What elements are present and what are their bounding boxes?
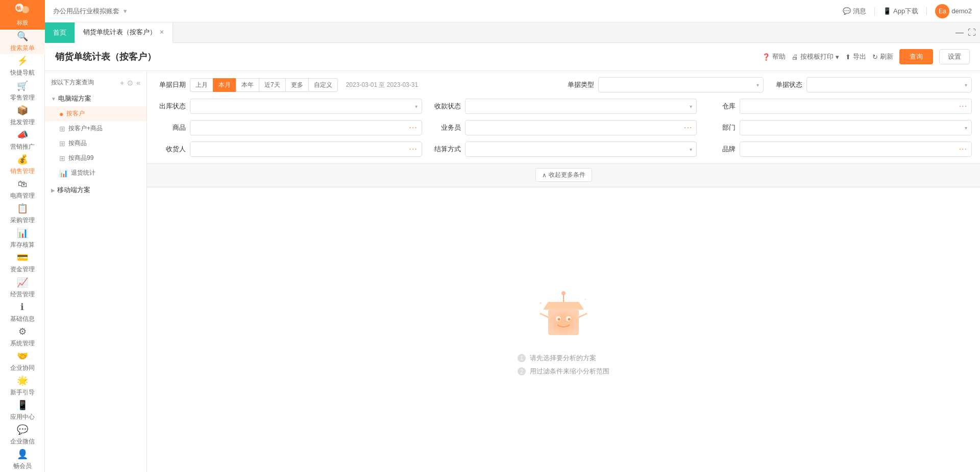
sidebar-item-ecommerce[interactable]: 🛍 电商管理 bbox=[0, 177, 45, 202]
sidebar-item-basic[interactable]: ℹ 基础信息 bbox=[0, 300, 45, 324]
ship-status-select[interactable]: ▾ bbox=[190, 99, 422, 114]
payment-status-arrow: ▾ bbox=[690, 104, 692, 109]
svg-point-8 bbox=[568, 318, 571, 321]
message-btn[interactable]: 💬 消息 bbox=[843, 7, 866, 16]
scheme-item-product99-label: 按商品99 bbox=[68, 154, 93, 162]
scheme-group-arrow-mobile: ▶ bbox=[51, 187, 55, 193]
sidebar-item-business-label: 经营管理 bbox=[10, 290, 35, 299]
app-download-btn[interactable]: 📱 App下载 bbox=[883, 7, 918, 16]
collapse-btn[interactable]: ∧ 收起更多条件 bbox=[535, 168, 592, 182]
sidebar: 畅 标股 🔍 搜索菜单 ⚡ 快捷导航 🛒 零售管理 📦 批发管理 📣 营销推广 … bbox=[0, 0, 45, 472]
scheme-group-mobile-header[interactable]: ▶ 移动端方案 bbox=[45, 182, 146, 198]
filter-col-product: 商品 ··· bbox=[155, 120, 422, 135]
refresh-label: 刷新 bbox=[880, 52, 893, 61]
payment-status-select[interactable]: ▾ bbox=[465, 99, 697, 114]
sidebar-item-marketing[interactable]: 📣 营销推广 bbox=[0, 128, 45, 152]
sidebar-item-search-label: 搜索菜单 bbox=[10, 44, 35, 53]
salesperson-label: 业务员 bbox=[430, 123, 461, 132]
retail-icon: 🛒 bbox=[17, 80, 28, 91]
sidebar-item-finance[interactable]: 💳 资金管理 bbox=[0, 251, 45, 275]
export-btn[interactable]: ⬆ 导出 bbox=[845, 52, 866, 61]
department-arrow: ▾ bbox=[965, 125, 967, 131]
user-info-btn[interactable]: Ea demo2 bbox=[935, 4, 972, 18]
scheme-add-icon[interactable]: + bbox=[120, 79, 124, 87]
scheme-item-return-stats[interactable]: 📊 退货统计 bbox=[45, 166, 146, 180]
svg-text:✦: ✦ bbox=[584, 298, 586, 301]
scheme-settings-icon[interactable]: ⊙ bbox=[127, 79, 133, 87]
sidebar-item-member-label: 畅会员 bbox=[13, 462, 32, 470]
recipient-select[interactable]: ··· bbox=[190, 141, 422, 157]
setting-button[interactable]: 设置 bbox=[939, 49, 970, 64]
finance-icon: 💳 bbox=[17, 252, 28, 263]
main-area: 办公用品行业模拟账套 ▾ 💬 消息 📱 App下载 Ea demo2 bbox=[45, 0, 980, 472]
date-btn-last-month[interactable]: 上月 bbox=[190, 78, 213, 92]
scheme-item-by-customer[interactable]: ● 按客户 bbox=[45, 106, 146, 121]
settlement-arrow: ▾ bbox=[690, 147, 692, 152]
help-btn[interactable]: ❓ 帮助 bbox=[762, 52, 786, 61]
doc-status-select[interactable]: ▾ bbox=[806, 77, 972, 92]
doc-type-select[interactable]: ▾ bbox=[598, 77, 764, 92]
sidebar-item-purchase[interactable]: 📋 采购管理 bbox=[0, 202, 45, 226]
sidebar-item-quick-nav[interactable]: ⚡ 快捷导航 bbox=[0, 54, 45, 79]
help-icon: ❓ bbox=[762, 53, 770, 61]
sidebar-item-member[interactable]: 👤 畅会员 bbox=[0, 447, 45, 472]
empty-illustration: ✦ ✦ bbox=[533, 284, 594, 345]
warehouse-select[interactable]: ··· bbox=[740, 99, 972, 114]
marketing-icon: 📣 bbox=[17, 129, 28, 140]
sidebar-item-app-center[interactable]: 📱 应用中心 bbox=[0, 398, 45, 423]
sidebar-item-wechat[interactable]: 💬 企业微信 bbox=[0, 423, 45, 447]
tab-home[interactable]: 首页 bbox=[45, 22, 75, 43]
tab-sales-stats[interactable]: 销货单统计表（按客户） ✕ bbox=[75, 22, 173, 43]
export-label: 导出 bbox=[853, 52, 866, 61]
svg-point-10 bbox=[561, 291, 566, 295]
tab-close-btn[interactable]: ✕ bbox=[159, 29, 164, 36]
sidebar-item-wholesale-label: 批发管理 bbox=[10, 118, 35, 127]
date-btn-this-month[interactable]: 本月 bbox=[213, 78, 236, 92]
sidebar-item-enterprise[interactable]: 🤝 企业协同 bbox=[0, 349, 45, 373]
sidebar-item-newbie[interactable]: 🌟 新手引导 bbox=[0, 374, 45, 398]
window-minimize-btn[interactable]: — bbox=[955, 28, 964, 37]
print-dropdown-arrow: ▾ bbox=[836, 53, 839, 61]
scheme-item-by-product[interactable]: ⊞ 按商品 bbox=[45, 136, 146, 151]
scheme-group-desktop-header[interactable]: ▼ 电脑端方案 bbox=[45, 91, 146, 106]
product-select[interactable]: ··· bbox=[190, 120, 422, 135]
sidebar-item-inventory[interactable]: 📊 库存核算 bbox=[0, 226, 45, 251]
sidebar-item-wholesale[interactable]: 📦 批发管理 bbox=[0, 103, 45, 128]
sidebar-item-sales[interactable]: 💰 销售管理 bbox=[0, 152, 45, 177]
header-divider1 bbox=[874, 7, 875, 15]
date-btn-custom[interactable]: 自定义 bbox=[308, 78, 338, 92]
date-btn-last-7-days[interactable]: 近7天 bbox=[259, 78, 285, 92]
business-icon: 📈 bbox=[17, 277, 28, 288]
app-download-label: App下载 bbox=[893, 7, 918, 16]
scheme-group-mobile: ▶ 移动端方案 bbox=[45, 182, 146, 198]
scheme-panel-title: 按以下方案查询 bbox=[51, 78, 94, 87]
search-icon: 🔍 bbox=[17, 31, 28, 42]
scheme-group-desktop-label: 电脑端方案 bbox=[58, 94, 91, 103]
tip-num-2: 2 bbox=[518, 367, 526, 375]
scheme-item-by-customer-product[interactable]: ⊞ 按客户+商品 bbox=[45, 121, 146, 136]
department-select[interactable]: ▾ bbox=[740, 120, 972, 135]
sidebar-item-retail[interactable]: 🛒 零售管理 bbox=[0, 79, 45, 103]
date-btn-more[interactable]: 更多 bbox=[285, 78, 308, 92]
scheme-item-customer-product-label: 按客户+商品 bbox=[68, 124, 103, 133]
svg-line-11 bbox=[541, 314, 548, 317]
query-button[interactable]: 查询 bbox=[899, 49, 933, 64]
sidebar-item-search[interactable]: 🔍 搜索菜单 bbox=[0, 30, 45, 54]
doc-type-arrow: ▾ bbox=[756, 82, 759, 88]
refresh-btn[interactable]: ↻ 刷新 bbox=[872, 52, 893, 61]
scheme-collapse-icon[interactable]: « bbox=[136, 79, 140, 87]
print-btn[interactable]: 🖨 按模板打印 ▾ bbox=[792, 52, 839, 61]
scheme-item-by-product-99[interactable]: ⊞ 按商品99 bbox=[45, 151, 146, 166]
system-icon: ⚙ bbox=[18, 326, 27, 337]
sidebar-logo-text: 标股 bbox=[17, 19, 28, 27]
salesperson-select[interactable]: ··· bbox=[465, 120, 697, 135]
sidebar-item-system[interactable]: ⚙ 系统管理 bbox=[0, 324, 45, 349]
window-maximize-btn[interactable]: ⛶ bbox=[968, 28, 976, 37]
filter-row-1: 单据日期 上月 本月 本年 近7天 更多 自定义 2023-03-01 至 20… bbox=[155, 77, 972, 92]
settlement-select[interactable]: ▾ bbox=[465, 141, 697, 157]
brand-select[interactable]: ··· bbox=[740, 141, 972, 157]
collapse-label: 收起更多条件 bbox=[549, 171, 585, 179]
sidebar-item-business[interactable]: 📈 经营管理 bbox=[0, 275, 45, 300]
date-btn-this-year[interactable]: 本年 bbox=[236, 78, 259, 92]
industry-dropdown-arrow[interactable]: ▾ bbox=[124, 7, 127, 15]
